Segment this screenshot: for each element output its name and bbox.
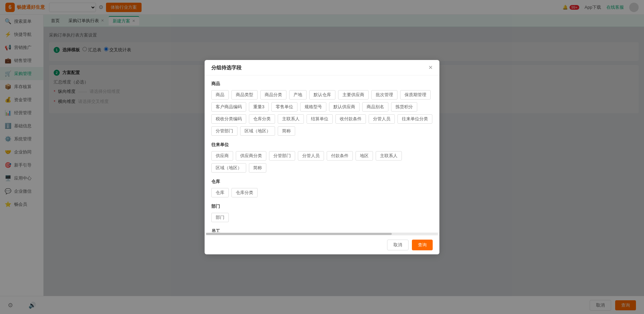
modal-hscroll[interactable] (205, 232, 439, 235)
field-tag-region-goods[interactable]: 区域（地区） (240, 126, 275, 136)
field-tag-supplier-cat[interactable]: 供应商分类 (236, 151, 266, 161)
warehouse-tags: 仓库 仓库分类 (211, 188, 433, 197)
section-goods-title: 商品 (211, 81, 433, 87)
hscroll-thumb (206, 233, 392, 235)
field-tag-origin[interactable]: 产地 (289, 90, 307, 100)
field-tag-batch-mgmt[interactable]: 批次管理 (371, 90, 397, 100)
section-dept-title: 部门 (211, 203, 433, 209)
field-tag-region[interactable]: 地区 (356, 151, 373, 161)
field-tag-mgmt-dept[interactable]: 分管部门 (269, 151, 295, 161)
hscroll-track (206, 233, 438, 235)
section-dept: 部门 部门 (211, 203, 433, 222)
section-warehouse-title: 仓库 (211, 179, 433, 185)
field-tag-goods[interactable]: 商品 (211, 90, 229, 100)
field-tag-warehouse-cat2[interactable]: 仓库分类 (231, 188, 258, 197)
field-tag-spec-model[interactable]: 规格型号 (300, 102, 326, 112)
section-warehouse: 仓库 仓库 仓库分类 (211, 179, 433, 197)
modal-cancel-button[interactable]: 取消 (387, 240, 409, 250)
field-select-modal: 分组待选字段 ✕ 商品 商品 商品类型 商品分类 产地 默认仓库 主要供应商 批… (205, 60, 439, 254)
field-tag-pay-terms[interactable]: 付款条件 (327, 151, 353, 161)
field-tag-pick-points[interactable]: 拣货积分 (391, 102, 417, 112)
field-tag-retail-unit[interactable]: 零售单位 (271, 102, 298, 112)
field-tag-goods-alias[interactable]: 商品别名 (362, 102, 388, 112)
field-tag-short-name-goods[interactable]: 简称 (278, 126, 295, 136)
dept-tags: 部门 (211, 213, 433, 222)
field-tag-mgmt-person2[interactable]: 分管人员 (298, 151, 324, 161)
field-tag-supplier[interactable]: 供应商 (211, 151, 233, 161)
field-tag-dept-mgmt[interactable]: 分管部门 (211, 126, 237, 136)
section-trade-unit: 往来单位 供应商 供应商分类 分管部门 分管人员 付款条件 地区 主联系人 区域… (211, 142, 433, 173)
modal-title: 分组待选字段 (211, 65, 241, 71)
section-employee: 员工 业务员 (211, 228, 433, 232)
field-tag-trade-unit-cat[interactable]: 往来单位分类 (397, 114, 432, 124)
field-tag-main-contact[interactable]: 主联系人 (278, 114, 304, 124)
field-tag-shelf-life[interactable]: 保质期管理 (400, 90, 431, 100)
goods-tags: 商品 商品类型 商品分类 产地 默认仓库 主要供应商 批次管理 保质期管理 客户… (211, 90, 433, 136)
field-tag-tax-code[interactable]: 税收分类编码 (211, 114, 246, 124)
modal-header: 分组待选字段 ✕ (205, 60, 439, 75)
field-tag-customer-code[interactable]: 客户商品编码 (211, 102, 246, 112)
field-tag-dept[interactable]: 部门 (211, 213, 229, 222)
field-tag-warehouse-cat[interactable]: 仓库分类 (249, 114, 275, 124)
modal-overlay: 分组待选字段 ✕ 商品 商品 商品类型 商品分类 产地 默认仓库 主要供应商 批… (0, 0, 644, 314)
modal-footer: 取消 查询 (205, 235, 439, 254)
field-tag-region2[interactable]: 区域（地区） (211, 163, 246, 173)
field-tag-short-name2[interactable]: 简称 (249, 163, 266, 173)
field-tag-default-supplier[interactable]: 默认供应商 (329, 102, 360, 112)
field-tag-payment-terms[interactable]: 收付款条件 (335, 114, 366, 124)
field-tag-main-contact2[interactable]: 主联系人 (376, 151, 402, 161)
field-tag-mgmt-person[interactable]: 分管人员 (369, 114, 395, 124)
field-tag-weight3[interactable]: 重量3 (249, 102, 269, 112)
modal-close-button[interactable]: ✕ (428, 65, 433, 70)
section-employee-title: 员工 (211, 228, 433, 232)
section-goods: 商品 商品 商品类型 商品分类 产地 默认仓库 主要供应商 批次管理 保质期管理… (211, 81, 433, 136)
field-tag-settle-unit[interactable]: 结算单位 (307, 114, 333, 124)
trade-unit-tags: 供应商 供应商分类 分管部门 分管人员 付款条件 地区 主联系人 区域（地区） … (211, 151, 433, 173)
modal-body: 商品 商品 商品类型 商品分类 产地 默认仓库 主要供应商 批次管理 保质期管理… (205, 75, 439, 232)
section-trade-unit-title: 往来单位 (211, 142, 433, 148)
field-tag-warehouse[interactable]: 仓库 (211, 188, 229, 197)
field-tag-goods-type[interactable]: 商品类型 (231, 90, 258, 100)
field-tag-goods-cat[interactable]: 商品分类 (260, 90, 286, 100)
field-tag-default-warehouse[interactable]: 默认仓库 (309, 90, 335, 100)
modal-confirm-button[interactable]: 查询 (412, 240, 433, 250)
field-tag-main-supplier[interactable]: 主要供应商 (338, 90, 369, 100)
